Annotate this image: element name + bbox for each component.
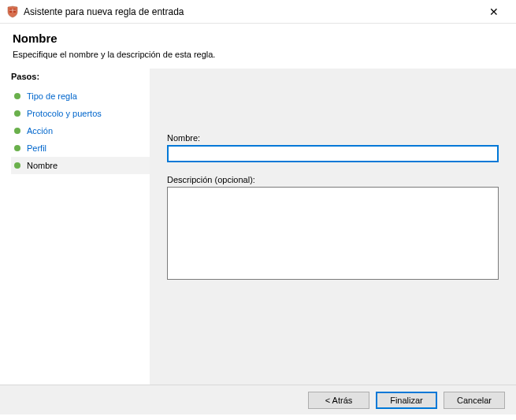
window-title: Asistente para nueva regla de entrada xyxy=(24,6,478,17)
steps-sidebar: Pasos: Tipo de regla Protocolo y puertos… xyxy=(0,69,150,385)
step-bullet-icon xyxy=(14,162,20,169)
wizard-body: Pasos: Tipo de regla Protocolo y puertos… xyxy=(0,69,516,385)
titlebar: Asistente para nueva regla de entrada ✕ xyxy=(0,0,516,24)
description-field-group: Descripción (opcional): xyxy=(167,175,499,283)
finish-button[interactable]: Finalizar xyxy=(376,392,437,409)
step-accion[interactable]: Acción xyxy=(11,122,150,139)
step-bullet-icon xyxy=(14,110,20,117)
name-label: Nombre: xyxy=(167,133,499,143)
firewall-icon xyxy=(6,6,19,18)
page-subtitle: Especifique el nombre y la descripción d… xyxy=(13,50,503,59)
description-label: Descripción (opcional): xyxy=(167,175,499,184)
wizard-content: Nombre: Descripción (opcional): xyxy=(150,69,516,385)
step-label: Protocolo y puertos xyxy=(27,109,102,118)
wizard-footer: < Atrás Finalizar Cancelar xyxy=(0,385,516,414)
step-bullet-icon xyxy=(14,145,20,151)
step-bullet-icon xyxy=(14,128,20,134)
cancel-button[interactable]: Cancelar xyxy=(444,392,505,409)
description-textarea[interactable] xyxy=(167,187,499,280)
steps-header: Pasos: xyxy=(11,72,150,81)
step-perfil[interactable]: Perfil xyxy=(11,139,150,157)
step-bullet-icon xyxy=(14,93,20,99)
close-icon: ✕ xyxy=(489,6,499,18)
page-title: Nombre xyxy=(13,32,503,45)
step-tipo-de-regla[interactable]: Tipo de regla xyxy=(11,87,150,105)
step-label: Nombre xyxy=(27,161,58,170)
wizard-header: Nombre Especifique el nombre y la descri… xyxy=(0,24,516,69)
step-nombre[interactable]: Nombre xyxy=(11,157,150,174)
step-protocolo-y-puertos[interactable]: Protocolo y puertos xyxy=(11,105,150,122)
close-button[interactable]: ✕ xyxy=(478,1,510,23)
step-label: Tipo de regla xyxy=(27,91,77,101)
step-label: Perfil xyxy=(27,143,46,153)
back-button[interactable]: < Atrás xyxy=(308,392,369,409)
step-label: Acción xyxy=(27,126,53,136)
name-field-group: Nombre: xyxy=(167,133,499,162)
name-input[interactable] xyxy=(167,145,499,162)
